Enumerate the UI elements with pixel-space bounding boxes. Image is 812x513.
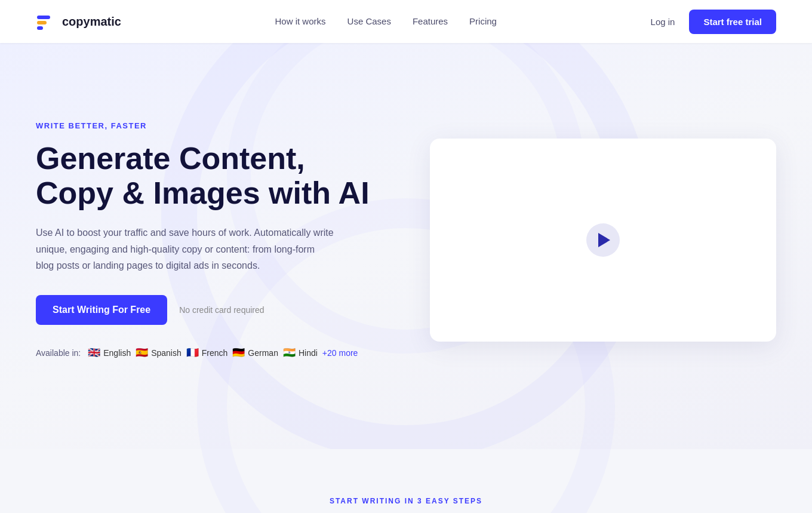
nav-features[interactable]: Features <box>413 16 448 26</box>
hero-title: Generate Content, Copy & Images with AI <box>36 141 382 210</box>
lang-german: 🇩🇪 German <box>232 346 278 359</box>
svg-rect-2 <box>37 26 43 30</box>
lang-hindi: 🇮🇳 Hindi <box>283 346 318 359</box>
lang-spanish: 🇪🇸 Spanish <box>136 346 182 359</box>
available-label: Available in: <box>36 348 81 358</box>
how-it-works-section: START WRITING IN 3 EASY STEPS How does i… <box>0 449 812 513</box>
hero-video-area <box>382 139 776 342</box>
english-label: English <box>103 348 131 358</box>
french-flag: 🇫🇷 <box>186 346 199 359</box>
logo-icon <box>36 11 57 32</box>
german-label: German <box>248 348 278 358</box>
hero-eyebrow: WRITE BETTER, FASTER <box>36 121 382 130</box>
lang-english: 🇬🇧 English <box>88 346 131 359</box>
svg-rect-1 <box>37 21 47 24</box>
login-button[interactable]: Log in <box>651 17 675 27</box>
french-label: French <box>202 348 228 358</box>
nav-pricing[interactable]: Pricing <box>469 16 497 26</box>
nav-how-it-works[interactable]: How it works <box>275 16 326 26</box>
start-trial-button[interactable]: Start free trial <box>689 10 776 34</box>
spanish-flag: 🇪🇸 <box>136 346 148 359</box>
svg-rect-0 <box>37 16 50 19</box>
hindi-flag: 🇮🇳 <box>283 346 296 359</box>
more-languages-link[interactable]: +20 more <box>322 348 358 358</box>
hero-cta: Start Writing For Free No credit card re… <box>36 295 382 325</box>
play-icon <box>598 233 610 247</box>
no-credit-label: No credit card required <box>179 305 264 315</box>
play-button[interactable] <box>586 223 620 257</box>
spanish-label: Spanish <box>151 348 182 358</box>
lang-french: 🇫🇷 French <box>186 346 228 359</box>
start-writing-button[interactable]: Start Writing For Free <box>36 295 167 325</box>
english-flag: 🇬🇧 <box>88 346 100 359</box>
logo-text: copymatic <box>62 15 121 29</box>
hero-title-line2: Copy & Images with AI <box>36 176 370 210</box>
nav-use-cases[interactable]: Use Cases <box>347 16 391 26</box>
video-container[interactable] <box>430 139 776 342</box>
hindi-label: Hindi <box>299 348 318 358</box>
nav-right: Log in Start free trial <box>651 10 776 34</box>
hero-title-line1: Generate Content, <box>36 141 305 176</box>
german-flag: 🇩🇪 <box>232 346 245 359</box>
logo-link[interactable]: copymatic <box>36 11 121 32</box>
available-in: Available in: 🇬🇧 English 🇪🇸 Spanish 🇫🇷 F… <box>36 346 382 359</box>
hero-description: Use AI to boost your traffic and save ho… <box>36 225 334 274</box>
hero-content: WRITE BETTER, FASTER Generate Content, C… <box>36 121 382 359</box>
navbar: copymatic How it works Use Cases Feature… <box>0 0 812 43</box>
hero-section: WRITE BETTER, FASTER Generate Content, C… <box>0 43 812 449</box>
nav-links: How it works Use Cases Features Pricing <box>275 16 497 27</box>
steps-eyebrow: START WRITING IN 3 EASY STEPS <box>36 497 776 505</box>
